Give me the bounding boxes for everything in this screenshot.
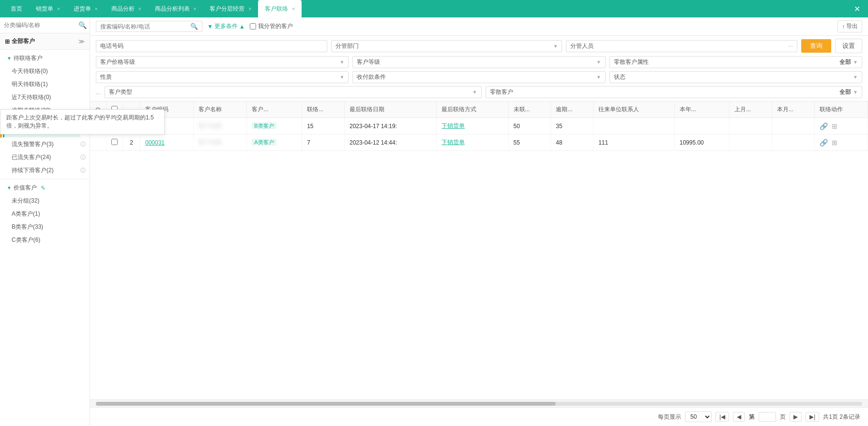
sidebar-item-lost-customers[interactable]: 已流失客户(24) <box>0 151 80 164</box>
row-this-year-cell <box>674 118 729 134</box>
page-size-select[interactable]: 50 100 <box>685 411 712 422</box>
lost-customers-row[interactable]: 已流失客户(24) ⓘ <box>0 151 90 164</box>
pending-contact-group-title[interactable]: ▼ 待联络客户 <box>0 52 90 65</box>
sidebar-item-tomorrow[interactable]: 明天待联络(1) <box>0 78 90 91</box>
nav-item-goods-list[interactable]: 商品分析列表 × <box>148 0 203 17</box>
row-checkbox[interactable] <box>111 139 118 145</box>
sidebar-item-class-a[interactable]: A类客户(1) <box>0 207 90 220</box>
more-filters-dots[interactable]: ... <box>96 89 101 96</box>
filter-icon: ▼ <box>207 23 213 30</box>
col-header-last-month[interactable]: 上月... <box>730 102 772 118</box>
col-header-contact[interactable]: 联络... <box>302 102 345 118</box>
last-page-button[interactable]: ▶| <box>806 412 819 422</box>
row-num-cell: 2 <box>123 134 140 151</box>
next-page-button[interactable]: ▶ <box>790 412 802 422</box>
nature-field[interactable]: 性质 ▼ <box>96 71 349 83</box>
ellipsis-icon[interactable]: ··· <box>788 43 793 49</box>
retail-customer-field[interactable]: 零散客户 全部 ▼ <box>486 86 863 98</box>
more-action-icon[interactable]: ⊞ <box>832 122 838 130</box>
more-action-icon[interactable]: ⊞ <box>832 139 838 147</box>
row-code-cell[interactable]: 000031 <box>140 134 194 151</box>
window-close-button[interactable]: ✕ <box>850 4 864 14</box>
manager-field[interactable]: 分管人员 ··· <box>566 40 797 52</box>
close-icon[interactable]: × <box>95 6 98 12</box>
col-header-name[interactable]: 客户名称 <box>194 102 247 118</box>
prev-page-button[interactable]: ◀ <box>733 412 745 422</box>
declining-customers-row[interactable]: 持续下滑客户(2) ⓘ <box>0 164 90 177</box>
close-icon[interactable]: × <box>248 6 251 12</box>
col-header-category[interactable]: 客户... <box>247 102 302 118</box>
more-conditions-btn[interactable]: ▼ 更多条件 ▲ <box>207 22 245 30</box>
nav-item-customer-tier[interactable]: 客户分层经营 × <box>203 0 258 17</box>
info-icon[interactable]: ⓘ <box>80 154 90 161</box>
sidebar-item-loss-warning[interactable]: 流失预警客户(3) <box>0 138 80 151</box>
col-header-last-date[interactable]: 最后联络日期 <box>344 102 436 118</box>
link-action-icon[interactable]: 🔗 <box>820 139 828 147</box>
export-button[interactable]: ↑ 导出 <box>838 20 862 32</box>
chevron-down-icon: ▼ <box>339 74 344 80</box>
scroll-track[interactable] <box>96 402 862 406</box>
all-customers-title[interactable]: ⊞ 全部客户 ≫ <box>0 33 90 50</box>
query-button[interactable]: 查询 <box>801 39 831 53</box>
sidebar-item-class-b[interactable]: B类客户(33) <box>0 220 90 234</box>
sidebar-item-ungrouped[interactable]: 未分组(32) <box>0 194 90 207</box>
customer-type-field[interactable]: 客户类型 ▼ <box>105 86 482 98</box>
arrow-icon: ▼ <box>7 56 12 61</box>
close-icon[interactable]: × <box>57 6 60 12</box>
close-icon[interactable]: × <box>292 6 295 12</box>
collapse-icon[interactable]: ≫ <box>78 38 85 45</box>
retail-attr-field[interactable]: 零散客户属性 全部 ▼ <box>609 56 862 68</box>
edit-icon[interactable]: ✎ <box>41 185 46 191</box>
row-check-cell[interactable] <box>107 134 123 151</box>
my-customers-checkbox[interactable]: 我分管的客户 <box>250 22 293 30</box>
info-icon[interactable]: ⓘ <box>80 167 90 174</box>
settings-button[interactable]: 设置 <box>835 39 862 53</box>
phone-field[interactable]: 电话号码 <box>96 40 327 52</box>
filter-rows-area: 电话号码 分管部门 ▼ 分管人员 ··· 查询 设置 客户价格等级 ▼ <box>90 36 868 102</box>
payment-field[interactable]: 收付款条件 ▼ <box>352 71 605 83</box>
row-this-month-cell <box>772 134 814 151</box>
search-icon[interactable]: 🔍 <box>190 23 198 30</box>
col-header-last-method[interactable]: 最后联络方式 <box>437 102 508 118</box>
row-last-method-cell[interactable]: 下销货单 <box>437 134 508 151</box>
row-last-method-cell[interactable]: 下销货单 <box>437 118 508 134</box>
chevron-down-icon: ▼ <box>853 74 858 80</box>
col-header-this-year[interactable]: 本年... <box>674 102 729 118</box>
info-icon[interactable]: ⓘ <box>80 141 90 148</box>
row-contact-num-cell: 15 <box>302 118 345 134</box>
row-last-date-cell: 2023-04-12 14:44: <box>344 134 436 151</box>
nav-item-home[interactable]: 首页 <box>4 0 29 17</box>
col-header-unreached[interactable]: 未联... <box>508 102 551 118</box>
loss-warning-row[interactable]: 流失预警客户(3) ⓘ <box>0 138 90 151</box>
col-header-contact-person[interactable]: 往来单位联系人 <box>594 102 675 118</box>
col-header-this-month[interactable]: 本月... <box>772 102 814 118</box>
search-icon[interactable]: 🔍 <box>78 21 87 29</box>
main-search-input[interactable] <box>100 23 188 30</box>
dept-field[interactable]: 分管部门 ▼ <box>331 40 563 52</box>
nav-item-goods-analysis[interactable]: 商品分析 × <box>105 0 148 17</box>
scroll-thumb[interactable] <box>96 402 556 406</box>
sidebar-item-declining[interactable]: 持续下滑客户(2) <box>0 164 80 177</box>
page-number-input[interactable]: 1 <box>759 412 776 422</box>
link-action-icon[interactable]: 🔗 <box>820 122 828 130</box>
sidebar-search-input[interactable] <box>4 22 76 29</box>
price-level-field[interactable]: 客户价格等级 ▼ <box>96 56 349 68</box>
filter-top-bar: 🔍 ▼ 更多条件 ▲ 我分管的客户 ↑ 导出 <box>90 17 868 36</box>
customer-level-field[interactable]: 客户等级 ▼ <box>352 56 605 68</box>
nav-item-purchase[interactable]: 进货单 × <box>67 0 105 17</box>
status-field[interactable]: 状态 ▼ <box>609 71 862 83</box>
my-customers-check[interactable] <box>250 23 256 29</box>
col-header-overdue[interactable]: 逾期... <box>551 102 594 118</box>
nav-item-customer-contact[interactable]: 客户联络 × <box>258 0 302 17</box>
value-customers-title[interactable]: ▼ 价值客户 ✎ <box>0 181 90 194</box>
horizontal-scroll[interactable] <box>90 399 868 407</box>
close-icon[interactable]: × <box>194 6 197 12</box>
sidebar-item-today[interactable]: 今天待联络(0) <box>0 65 90 78</box>
sidebar-item-class-c[interactable]: C类客户(6) <box>0 234 90 247</box>
top-nav: 首页 销货单 × 进货单 × 商品分析 × 商品分析列表 × 客户分层经营 × … <box>0 0 868 17</box>
chevron-down-icon: ▼ <box>472 89 477 95</box>
nav-item-sales[interactable]: 销货单 × <box>29 0 67 17</box>
close-icon[interactable]: × <box>138 6 141 12</box>
sidebar-item-7days[interactable]: 近7天待联络(0) <box>0 91 90 104</box>
first-page-button[interactable]: |◀ <box>716 412 729 422</box>
